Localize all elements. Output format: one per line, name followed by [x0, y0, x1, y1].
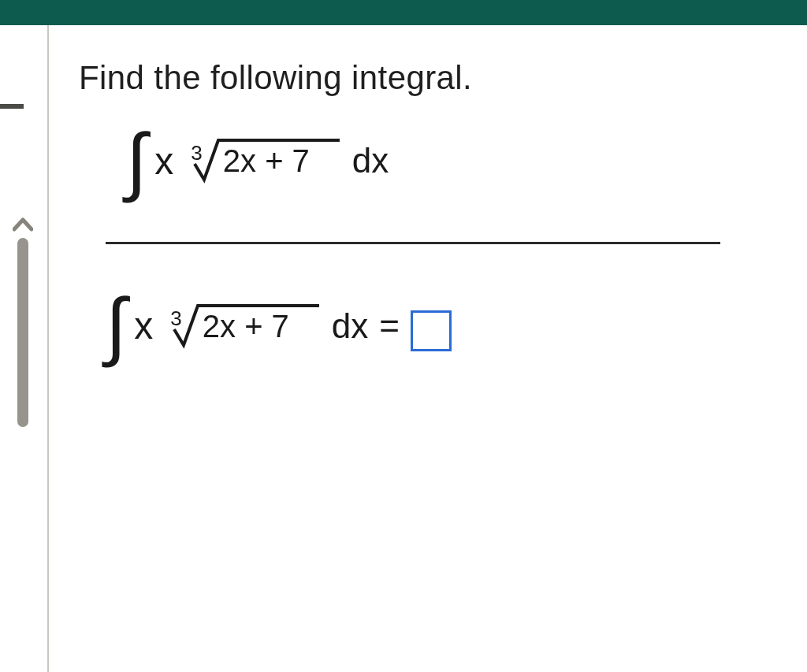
cube-root: 3 2x + 7	[159, 303, 320, 350]
differential: dx	[332, 306, 368, 346]
integrand-x: x	[151, 139, 177, 183]
integrand-x: x	[131, 304, 156, 347]
integral-sign-icon: ∫	[126, 127, 147, 195]
radical-icon: 2x + 7	[171, 303, 321, 350]
scroll-up-icon[interactable]	[13, 214, 33, 236]
answer-expression: ∫ x 3 2x + 7 dx =	[106, 291, 788, 359]
radicand: 2x + 7	[203, 309, 289, 344]
question-prompt: Find the following integral.	[79, 59, 788, 97]
cube-root: 3 2x + 7	[180, 137, 340, 184]
sidebar-item-dash[interactable]	[0, 104, 24, 109]
left-gutter-divider	[47, 25, 49, 672]
progress-scrollbar[interactable]	[17, 238, 28, 427]
top-color-band	[0, 0, 807, 25]
radical-icon: 2x + 7	[192, 137, 341, 184]
differential: dx	[352, 141, 389, 180]
question-content: Find the following integral. ∫ x 3 2x + …	[79, 59, 788, 360]
integral-sign-icon: ∫	[106, 291, 126, 359]
radicand: 2x + 7	[223, 143, 310, 179]
integral-expression: ∫ x 3 2x + 7 dx	[126, 127, 788, 195]
answer-input[interactable]	[411, 310, 452, 351]
equals-sign: =	[379, 306, 400, 346]
horizontal-divider	[106, 242, 720, 244]
